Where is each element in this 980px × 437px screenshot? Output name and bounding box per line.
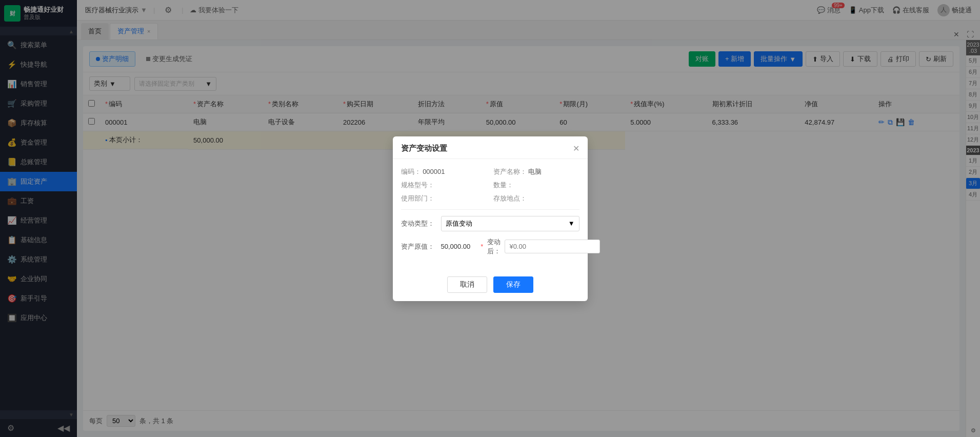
modal-code-value: 000001 (423, 168, 445, 175)
modal-qty-row: 数量： (493, 181, 579, 190)
modal-title: 资产变动设置 (401, 144, 447, 153)
modal-change-type-select[interactable]: 原值变动 ▼ (441, 216, 579, 231)
modal-value-row: 资产原值： 50,000.00 * 变动后： (401, 237, 579, 256)
modal-change-type-value: 原值变动 (446, 219, 472, 228)
modal-dept-row: 使用部门： (401, 194, 487, 203)
modal-save-btn[interactable]: 保存 (493, 276, 533, 293)
modal-spec-label: 规格型号： (401, 181, 434, 189)
required-star: * (481, 243, 483, 250)
modal-location-label: 存放地点： (493, 194, 527, 202)
change-type-arrow: ▼ (568, 220, 575, 227)
modal-dept-label: 使用部门： (401, 194, 434, 202)
modal-location-row: 存放地点： (493, 194, 579, 203)
modal-overlay: 资产变动设置 ✕ 编码： 000001 资产名称： 电脑 规格型号： 数量： (0, 0, 980, 437)
cancel-label: 取消 (460, 280, 474, 288)
modal-change-type-row: 变动类型： 原值变动 ▼ (401, 216, 579, 231)
modal-body: 编码： 000001 资产名称： 电脑 规格型号： 数量： 使用部门： (393, 159, 588, 270)
modal-change-type-label: 变动类型： (401, 219, 437, 228)
modal-name-value: 电脑 (528, 168, 542, 175)
modal-header: 资产变动设置 ✕ (393, 136, 588, 159)
after-change-input[interactable] (505, 240, 600, 253)
modal-name-row: 资产名称： 电脑 (493, 167, 579, 176)
asset-change-modal: 资产变动设置 ✕ 编码： 000001 资产名称： 电脑 规格型号： 数量： (393, 136, 588, 301)
modal-code-row: 编码： 000001 (401, 167, 487, 176)
modal-cancel-btn[interactable]: 取消 (447, 276, 487, 293)
modal-divider (401, 209, 579, 210)
modal-name-label: 资产名称： (493, 168, 527, 175)
modal-code-label: 编码： (401, 168, 421, 175)
modal-original-value-label: 资产原值： (401, 242, 437, 251)
after-change-label: 变动后： (487, 237, 501, 256)
modal-close-btn[interactable]: ✕ (573, 144, 579, 153)
modal-spec-row: 规格型号： (401, 181, 487, 190)
modal-qty-label: 数量： (493, 181, 513, 189)
modal-original-value-display: 50,000.00 (441, 243, 471, 250)
modal-info-grid: 编码： 000001 资产名称： 电脑 规格型号： 数量： 使用部门： (401, 167, 579, 203)
modal-footer: 取消 保存 (393, 270, 588, 301)
save-label: 保存 (506, 280, 521, 288)
